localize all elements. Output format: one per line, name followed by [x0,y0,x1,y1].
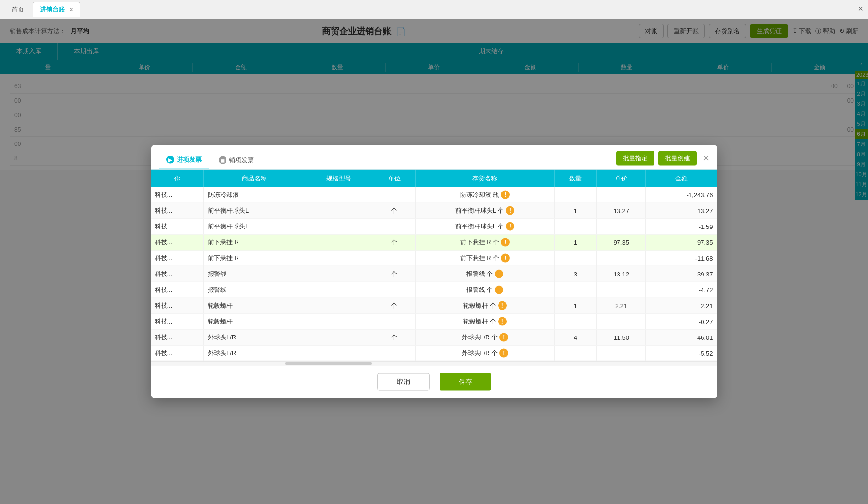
col-spec: 规格型号 [305,170,373,187]
cell-product: 轮毂螺杆 [203,313,305,329]
cell-company: 科技... [151,298,204,313]
cell-amount: 13.27 [646,203,717,218]
cell-qty [554,250,597,266]
table-row[interactable]: 科技...前下悬挂 R前下悬挂 R 个!-11.68 [151,250,717,266]
table-row[interactable]: 科技...轮毂螺杆轮毂螺杆 个!-0.27 [151,313,717,329]
cell-company: 科技... [151,250,204,266]
cell-inventory: 前下悬挂 R 个! [416,234,554,250]
cell-amount: 46.01 [646,329,717,345]
col-qty: 数量 [554,170,597,187]
warning-icon[interactable]: ! [506,222,514,231]
table-head: 你 商品名称 规格型号 单位 存货名称 数量 单价 金额 [151,170,717,187]
cell-unit: 个 [373,329,416,345]
table-body: 科技...防冻冷却液防冻冷却液 瓶!-1,243.76科技...前平衡杆球头L个… [151,187,717,361]
tab-incoming-invoice[interactable]: ▶ 进项发票 [159,152,209,169]
cell-qty [554,187,597,203]
nav-tab-home[interactable]: 首页 [5,2,31,17]
incoming-tab-icon: ▶ [166,156,174,164]
warning-icon[interactable]: ! [506,206,514,215]
cell-price: 13.12 [597,266,646,282]
cell-company: 科技... [151,282,204,298]
cell-qty: 4 [554,329,597,345]
cell-company: 科技... [151,234,204,250]
cell-amount: -1.59 [646,218,717,234]
warning-icon[interactable]: ! [501,191,510,199]
modal-header: ▶ 进项发票 ◼ 销项发票 批量指定 批量创建 ✕ [151,145,717,170]
cell-amount: 2.21 [646,298,717,313]
cell-qty: 1 [554,298,597,313]
cell-price [597,313,646,329]
cell-unit [373,218,416,234]
warning-icon[interactable]: ! [501,238,510,247]
warning-icon[interactable]: ! [498,301,507,310]
cell-company: 科技... [151,187,204,203]
cell-inventory: 报警线 个! [416,266,554,282]
cell-unit: 个 [373,203,416,218]
cell-product: 报警线 [203,266,305,282]
cell-unit [373,187,416,203]
col-amount: 金额 [646,170,717,187]
cell-unit [373,250,416,266]
cell-inventory: 轮毂螺杆 个! [416,313,554,329]
cell-product: 防冻冷却液 [203,187,305,203]
cell-product: 报警线 [203,282,305,298]
cell-spec [305,234,373,250]
warning-icon[interactable]: ! [498,317,507,326]
cell-spec [305,203,373,218]
nav-tab-ledger[interactable]: 进销台账 × [33,2,80,17]
cell-company: 科技... [151,329,204,345]
cell-unit: 个 [373,266,416,282]
cell-inventory: 前平衡杆球头L 个! [416,203,554,218]
close-tab-icon[interactable]: × [70,6,73,13]
table-row[interactable]: 科技...外球头L/R外球头L/R 个!-5.52 [151,345,717,361]
modal-footer: 取消 保存 [151,365,717,398]
invoice-modal: ▶ 进项发票 ◼ 销项发票 批量指定 批量创建 ✕ 你 商品名称 规格型号 [151,145,717,398]
col-company: 你 [151,170,204,187]
cell-product: 外球头L/R [203,329,305,345]
cell-price: 11.50 [597,329,646,345]
modal-close-button[interactable]: ✕ [702,153,710,168]
table-row[interactable]: 科技...报警线个报警线 个!313.1239.37 [151,266,717,282]
cell-company: 科技... [151,345,204,361]
cell-amount: 39.37 [646,266,717,282]
cell-qty [554,282,597,298]
cell-inventory: 轮毂螺杆 个! [416,298,554,313]
table-row[interactable]: 科技...报警线报警线 个!-4.72 [151,282,717,298]
scrollbar-thumb [285,362,372,365]
warning-icon[interactable]: ! [499,333,508,342]
col-inventory: 存货名称 [416,170,554,187]
main-area: 销售成本计算方法： 月平均 商贸企业进销台账 📄 对账 重新开账 存货别名 生成… [0,19,868,504]
table-row[interactable]: 科技...前下悬挂 R个前下悬挂 R 个!197.3597.35 [151,234,717,250]
cancel-button[interactable]: 取消 [377,373,430,391]
cell-unit [373,345,416,361]
cell-unit: 个 [373,298,416,313]
cell-spec [305,345,373,361]
table-row[interactable]: 科技...防冻冷却液防冻冷却液 瓶!-1,243.76 [151,187,717,203]
cell-spec [305,218,373,234]
batch-create-button[interactable]: 批量创建 [658,151,697,166]
warning-icon[interactable]: ! [495,286,503,294]
table-row[interactable]: 科技...外球头L/R个外球头L/R 个!411.5046.01 [151,329,717,345]
cell-company: 科技... [151,203,204,218]
table-row[interactable]: 科技...前平衡杆球头L个前平衡杆球头L 个!113.2713.27 [151,203,717,218]
cell-inventory: 前下悬挂 R 个! [416,250,554,266]
cell-company: 科技... [151,266,204,282]
cell-inventory: 外球头L/R 个! [416,345,554,361]
cell-product: 前平衡杆球头L [203,218,305,234]
warning-icon[interactable]: ! [501,254,510,263]
warning-icon[interactable]: ! [499,349,508,358]
save-button[interactable]: 保存 [440,373,491,391]
cell-inventory: 防冻冷却液 瓶! [416,187,554,203]
table-row[interactable]: 科技...前平衡杆球头L前平衡杆球头L 个!-1.59 [151,218,717,234]
warning-icon[interactable]: ! [495,270,503,278]
cell-price [597,345,646,361]
tab-outgoing-invoice[interactable]: ◼ 销项发票 [211,152,262,168]
window-close-button[interactable]: × [858,4,863,14]
cell-inventory: 前平衡杆球头L 个! [416,218,554,234]
cell-inventory: 外球头L/R 个! [416,329,554,345]
cell-product: 前平衡杆球头L [203,203,305,218]
table-row[interactable]: 科技...轮毂螺杆个轮毂螺杆 个!12.212.21 [151,298,717,313]
horizontal-scrollbar[interactable] [151,361,717,365]
batch-assign-button[interactable]: 批量指定 [616,151,654,166]
cell-spec [305,313,373,329]
